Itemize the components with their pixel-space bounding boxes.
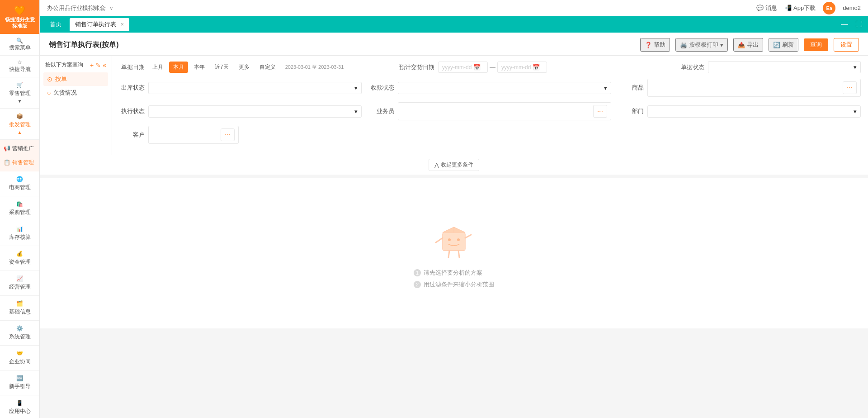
wholesale-icon: 📦 bbox=[16, 113, 23, 119]
sidebar-item-operations[interactable]: 📈 经营管理 bbox=[0, 271, 39, 296]
sidebar-item-guide[interactable]: 🆕 新手引导 bbox=[0, 370, 39, 395]
purchase-icon: 🛍️ bbox=[16, 201, 23, 207]
sidebar-item-retail[interactable]: 🛒 零售管理 ▼ bbox=[0, 77, 39, 109]
main-area: 办公用品行业模拟账套 ∨ 💬 消息 📲 App下载 Ea demo2 首页 销售… bbox=[40, 0, 868, 418]
print-button[interactable]: 🖨️ 按模板打印 ▾ bbox=[675, 38, 728, 52]
sidebar-item-system[interactable]: ⚙️ 系统管理 bbox=[0, 321, 39, 346]
execute-select[interactable]: ▾ bbox=[148, 105, 362, 118]
quick-icon: ☆ bbox=[3, 59, 37, 66]
sidebar-search[interactable]: 🔍 帮助 搜索菜单 bbox=[0, 34, 39, 56]
basic-icon: 🗂️ bbox=[16, 300, 23, 307]
collapse-row: ⋀ 收起更多条件 bbox=[40, 155, 868, 175]
date-btn-last-month[interactable]: 上月 bbox=[148, 62, 167, 73]
add-scheme-icon[interactable]: + bbox=[90, 62, 94, 69]
filter-nav-item-1[interactable]: ○ 欠货情况 bbox=[43, 86, 108, 100]
empty-tip-2: 2 用过滤条件来缩小分析范围 bbox=[414, 280, 494, 289]
sidebar-item-wholesale[interactable]: 📦 批发管理 ▲ bbox=[0, 109, 39, 140]
marketing-label: 营销推广 bbox=[12, 145, 34, 152]
tab-minimize-button[interactable]: — bbox=[839, 20, 850, 28]
goods-dots[interactable]: ··· bbox=[843, 81, 857, 94]
edit-scheme-icon[interactable]: ✎ bbox=[95, 62, 101, 69]
department-select[interactable]: ▾ bbox=[647, 105, 861, 118]
date-start-input[interactable]: yyyy-mm-dd 📅 bbox=[438, 62, 488, 73]
filter-left-icons: + ✎ « bbox=[90, 62, 106, 69]
sidebar-item-cooperation[interactable]: 🤝 企业协同 bbox=[0, 346, 39, 370]
refresh-button[interactable]: 🔄 刷新 bbox=[769, 38, 798, 52]
filter-area: 按以下方案查询 + ✎ « ⊙ 按单 ○ 欠货情况 bbox=[40, 56, 868, 155]
help-icon: ❓ bbox=[645, 42, 652, 48]
collection-select[interactable]: ▾ bbox=[398, 82, 611, 94]
tab-maximize-button[interactable]: ⛶ bbox=[854, 20, 864, 28]
tab-home[interactable]: 首页 bbox=[43, 16, 68, 33]
date-btn-more[interactable]: 更多 bbox=[235, 62, 254, 73]
user-avatar[interactable]: Ea bbox=[823, 2, 835, 14]
filter-right: 单据日期 上月 本月 本年 近7天 更多 自定义 2023-03-01 至 20… bbox=[112, 56, 868, 155]
tab-current[interactable]: 销售订单执行表 × bbox=[70, 18, 129, 31]
app-logo[interactable]: 🧡 畅捷通好生意 标准版 bbox=[0, 0, 39, 34]
filter-row-1: 单据日期 上月 本月 本年 近7天 更多 自定义 2023-03-01 至 20… bbox=[119, 61, 861, 73]
query-button[interactable]: 查询 bbox=[804, 38, 828, 51]
cooperation-icon: 🤝 bbox=[16, 350, 23, 356]
collapse-scheme-icon[interactable]: « bbox=[103, 62, 106, 69]
sidebar-sub-sales[interactable]: 📋 销售管理 bbox=[0, 156, 39, 170]
logo-text: 畅捷通好生意 bbox=[5, 17, 35, 22]
breadcrumb-arrow[interactable]: ∨ bbox=[109, 5, 113, 11]
svg-rect-0 bbox=[443, 233, 465, 251]
basic-label: 基础信息 bbox=[9, 308, 31, 316]
system-label: 系统管理 bbox=[9, 333, 31, 341]
filter-group-department: 部门 ▾ bbox=[618, 105, 861, 118]
tab-close-button[interactable]: × bbox=[121, 21, 124, 28]
system-icon: ⚙️ bbox=[16, 325, 23, 332]
customer-label: 客户 bbox=[119, 131, 145, 139]
wholesale-label: 批发管理 bbox=[9, 121, 31, 128]
print-label: 按模板打印 bbox=[689, 41, 718, 49]
sidebar-item-purchase[interactable]: 🛍️ 采购管理 bbox=[0, 196, 39, 221]
tab-home-label: 首页 bbox=[50, 20, 61, 28]
goods-select[interactable]: ··· bbox=[647, 79, 861, 97]
date-btn-this-month[interactable]: 本月 bbox=[169, 62, 188, 73]
sidebar-item-finance[interactable]: 💰 资金管理 bbox=[0, 246, 39, 271]
sidebar-item-inventory[interactable]: 📊 库存核算 bbox=[0, 221, 39, 246]
sidebar-item-app-center[interactable]: 📱 应用中心 bbox=[0, 395, 39, 418]
tip-2-text: 用过滤条件来缩小分析范围 bbox=[424, 280, 494, 289]
user-name[interactable]: demo2 bbox=[843, 5, 861, 11]
svg-point-3 bbox=[457, 238, 460, 241]
sidebar-sub-marketing[interactable]: 📢 营销推广 bbox=[0, 142, 39, 156]
sidebar-quick-nav[interactable]: ☆ 快捷导航 bbox=[0, 56, 39, 77]
customer-select[interactable]: ··· bbox=[148, 126, 239, 144]
date-btn-custom[interactable]: 自定义 bbox=[255, 62, 280, 73]
top-header: 办公用品行业模拟账套 ∨ 💬 消息 📲 App下载 Ea demo2 bbox=[40, 0, 868, 16]
help-button[interactable]: ❓ 帮助 bbox=[640, 38, 670, 52]
status-select[interactable]: ▾ bbox=[708, 61, 861, 73]
filter-nav-item-0[interactable]: ⊙ 按单 bbox=[43, 72, 108, 86]
outbound-select[interactable]: ▾ bbox=[148, 82, 362, 94]
empty-tip-1: 1 请先选择要分析的方案 bbox=[414, 269, 494, 277]
message-action[interactable]: 💬 消息 bbox=[756, 4, 777, 12]
filter-group-collection: 收款状态 ▾ bbox=[369, 82, 611, 94]
date-btn-7days[interactable]: 近7天 bbox=[211, 62, 233, 73]
app-download-action[interactable]: 📲 App下载 bbox=[784, 4, 816, 12]
expected-date-label: 预计交货日期 bbox=[399, 63, 434, 71]
salesman-dots[interactable]: ··· bbox=[593, 105, 607, 118]
collapse-button[interactable]: ⋀ 收起更多条件 bbox=[429, 159, 479, 171]
goods-label: 商品 bbox=[618, 84, 644, 92]
date-end-input[interactable]: yyyy-mm-dd 📅 bbox=[497, 62, 547, 73]
logo-sub: 标准版 bbox=[12, 23, 27, 28]
filter-row-3: 执行状态 ▾ 业务员 ··· 部门 bbox=[119, 102, 861, 120]
customer-dots[interactable]: ··· bbox=[221, 128, 235, 141]
sidebar-item-basic[interactable]: 🗂️ 基础信息 bbox=[0, 296, 39, 321]
settings-button[interactable]: 设置 bbox=[834, 38, 859, 52]
date-end-calendar-icon: 📅 bbox=[533, 64, 540, 71]
sales-label: 销售管理 bbox=[12, 159, 34, 166]
svg-line-7 bbox=[458, 251, 459, 257]
sidebar-item-ecommerce[interactable]: 🌐 电商管理 bbox=[0, 171, 39, 196]
date-btn-this-year[interactable]: 本年 bbox=[190, 62, 209, 73]
date-input-group: yyyy-mm-dd 📅 — yyyy-mm-dd 📅 bbox=[438, 62, 547, 73]
export-button[interactable]: 📤 导出 bbox=[733, 38, 763, 52]
header-right: 💬 消息 📲 App下载 Ea demo2 bbox=[756, 2, 861, 14]
salesman-select[interactable]: ··· bbox=[398, 102, 611, 120]
tab-bar: 首页 销售订单执行表 × — ⛶ bbox=[40, 16, 868, 33]
date-label: 单据日期 bbox=[119, 63, 145, 71]
salesman-label: 业务员 bbox=[369, 107, 394, 115]
status-select-arrow: ▾ bbox=[854, 64, 857, 71]
